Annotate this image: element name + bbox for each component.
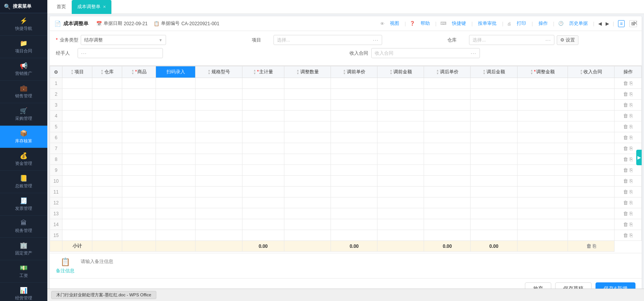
table-cell[interactable]	[284, 165, 331, 176]
delete-icon[interactable]: 🗑	[623, 113, 628, 119]
table-cell[interactable]	[196, 111, 242, 121]
delete-icon[interactable]: 🗑	[623, 167, 628, 173]
copy-icon[interactable]: ⎘	[630, 221, 633, 227]
table-cell[interactable]	[92, 111, 122, 121]
table-cell[interactable]	[471, 176, 517, 187]
subtotal-delete-icon[interactable]: 🗑	[586, 243, 591, 249]
table-cell[interactable]	[156, 132, 196, 143]
copy-icon[interactable]: ⎘	[630, 167, 633, 173]
table-cell[interactable]	[517, 89, 568, 100]
table-cell[interactable]	[122, 230, 156, 241]
copy-icon[interactable]: ⎘	[630, 189, 633, 195]
table-cell[interactable]	[284, 100, 331, 111]
table-cell[interactable]	[196, 219, 242, 230]
table-cell[interactable]	[242, 230, 284, 241]
table-cell[interactable]	[424, 89, 471, 100]
warehouse-input[interactable]: 选择... ···	[469, 35, 554, 45]
table-cell[interactable]	[471, 187, 517, 197]
table-cell[interactable]	[196, 143, 242, 154]
table-cell[interactable]	[331, 111, 377, 121]
th-scan[interactable]: 扫码录入	[156, 66, 196, 78]
table-cell[interactable]	[424, 111, 471, 121]
tab-cost-adjust[interactable]: 成本调整单 ✕	[72, 0, 112, 14]
table-cell[interactable]	[424, 187, 471, 197]
table-cell[interactable]	[242, 78, 284, 89]
sidebar-item-sales-mgmt[interactable]: 💼 销售管理	[0, 81, 47, 103]
table-cell[interactable]	[242, 208, 284, 219]
copy-icon[interactable]: ⎘	[630, 135, 633, 140]
table-cell[interactable]	[284, 132, 331, 143]
table-cell[interactable]	[568, 143, 614, 154]
table-cell[interactable]	[471, 230, 517, 241]
table-cell[interactable]	[471, 143, 517, 154]
table-cell[interactable]	[471, 197, 517, 208]
table-cell[interactable]	[471, 121, 517, 132]
table-cell[interactable]	[242, 132, 284, 143]
table-cell[interactable]	[424, 165, 471, 176]
toolbar-action[interactable]: 操作	[537, 19, 549, 28]
table-cell[interactable]	[122, 208, 156, 219]
table-cell[interactable]	[196, 100, 242, 111]
sidebar-item-quick-nav[interactable]: ⚡ 快捷导航	[0, 13, 47, 36]
table-cell[interactable]	[377, 197, 424, 208]
table-cell[interactable]	[156, 219, 196, 230]
table-cell[interactable]	[424, 208, 471, 219]
toolbar-view[interactable]: 视图	[388, 19, 401, 28]
table-cell[interactable]	[568, 230, 614, 241]
table-cell[interactable]	[331, 143, 377, 154]
copy-icon[interactable]: ⎘	[630, 232, 633, 238]
table-cell[interactable]	[517, 78, 568, 89]
table-cell[interactable]	[92, 197, 122, 208]
table-cell[interactable]	[331, 78, 377, 89]
th-settings[interactable]: ⚙	[50, 66, 62, 78]
handler-input[interactable]: ···	[78, 48, 163, 58]
table-cell[interactable]	[122, 176, 156, 187]
tab-home[interactable]: 首页	[51, 0, 72, 14]
taskbar-item[interactable]: 木门行业好业财处理方案-墨红红.doc - WPS Office	[51, 291, 156, 299]
table-cell[interactable]	[242, 121, 284, 132]
table-cell[interactable]	[156, 176, 196, 187]
table-cell[interactable]	[156, 121, 196, 132]
table-cell[interactable]	[284, 176, 331, 187]
table-cell[interactable]	[242, 187, 284, 197]
table-cell[interactable]	[331, 219, 377, 230]
table-cell[interactable]	[517, 219, 568, 230]
table-cell[interactable]	[242, 176, 284, 187]
table-cell[interactable]	[568, 187, 614, 197]
table-cell[interactable]	[62, 78, 92, 89]
table-cell[interactable]	[284, 111, 331, 121]
table-cell[interactable]	[424, 132, 471, 143]
table-cell[interactable]	[517, 208, 568, 219]
table-cell[interactable]	[156, 100, 196, 111]
table-cell[interactable]	[92, 219, 122, 230]
table-cell[interactable]	[424, 78, 471, 89]
table-cell[interactable]	[62, 165, 92, 176]
table-cell[interactable]	[62, 219, 92, 230]
table-cell[interactable]	[568, 89, 614, 100]
table-cell[interactable]	[517, 111, 568, 121]
table-cell[interactable]	[331, 121, 377, 132]
project-input[interactable]: 选择... ···	[274, 35, 382, 45]
table-cell[interactable]	[196, 230, 242, 241]
table-cell[interactable]	[242, 197, 284, 208]
table-cell[interactable]	[331, 176, 377, 187]
table-cell[interactable]	[62, 121, 92, 132]
toolbar-shortcut[interactable]: 快捷键	[450, 19, 467, 28]
table-cell[interactable]	[62, 154, 92, 165]
copy-icon[interactable]: ⎘	[630, 156, 633, 162]
table-cell[interactable]	[62, 143, 92, 154]
table-cell[interactable]	[424, 176, 471, 187]
delete-icon[interactable]: 🗑	[623, 91, 628, 97]
table-cell[interactable]	[568, 176, 614, 187]
copy-icon[interactable]: ⎘	[630, 102, 633, 108]
table-cell[interactable]	[284, 219, 331, 230]
sidebar-item-invoice-mgmt[interactable]: 🧾 发票管理	[0, 193, 47, 216]
table-cell[interactable]	[156, 230, 196, 241]
table-cell[interactable]	[517, 143, 568, 154]
table-cell[interactable]	[196, 89, 242, 100]
table-cell[interactable]	[122, 187, 156, 197]
table-cell[interactable]	[196, 176, 242, 187]
table-cell[interactable]	[377, 78, 424, 89]
table-cell[interactable]	[92, 154, 122, 165]
table-cell[interactable]	[331, 89, 377, 100]
